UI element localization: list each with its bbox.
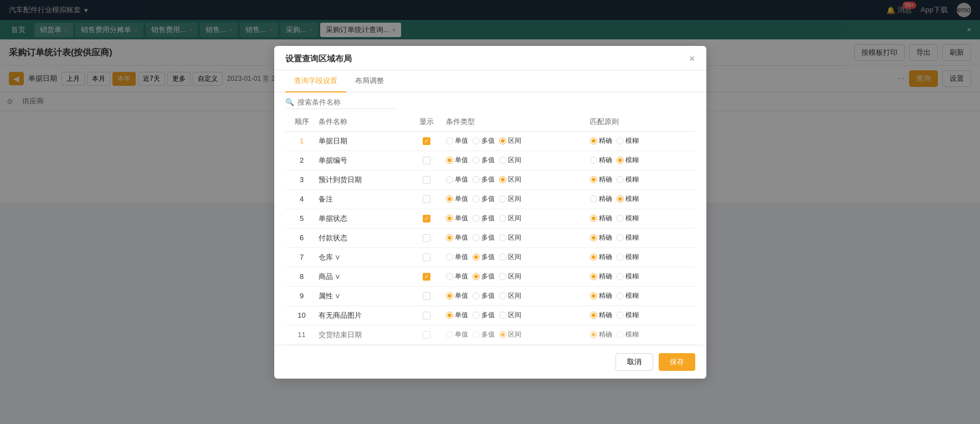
col-match-header: 匹配原则	[590, 117, 701, 127]
dialog-header: 设置查询区域布局 ×	[274, 46, 706, 70]
row-match-group-2: 精确 模糊	[590, 156, 701, 165]
table-row: 1 单据日期 单值 多值 区间	[285, 132, 695, 151]
field-table-header: 顺序 条件名称 显示 条件类型 匹配原则	[285, 112, 695, 132]
table-row: 4 备注 单值 多值 区间	[285, 190, 695, 203]
row-display[interactable]	[407, 176, 446, 184]
checkbox-display-3[interactable]	[423, 176, 430, 184]
col-order-header: 顺序	[285, 117, 319, 127]
dialog-close-button[interactable]: ×	[689, 54, 695, 64]
row-name: 预计到货日期	[319, 175, 407, 185]
row-type-group-4: 单值 多值 区间	[446, 194, 590, 203]
search-icon: 🔍	[285, 98, 294, 106]
radio-fuzzy-2[interactable]: 模糊	[617, 156, 639, 165]
search-input[interactable]	[297, 98, 396, 106]
settings-dialog: 设置查询区域布局 × 查询字段设置 布局调整 🔍 顺序 条件名称	[274, 46, 706, 203]
table-row: 3 预计到货日期 单值 多值 区间	[285, 170, 695, 190]
search-area: 🔍	[274, 92, 706, 112]
radio-exact-3[interactable]: 精确	[590, 175, 612, 184]
search-wrap: 🔍	[285, 98, 396, 109]
row-order: 2	[285, 156, 319, 164]
radio-exact-4[interactable]: 精确	[590, 194, 612, 203]
row-display[interactable]	[407, 195, 446, 203]
radio-range-3[interactable]: 区间	[499, 175, 521, 184]
row-name: 单据日期	[319, 136, 407, 146]
row-type-group-3: 单值 多值 区间	[446, 175, 590, 184]
checkbox-display-2[interactable]	[423, 157, 430, 164]
row-display[interactable]	[407, 157, 446, 164]
radio-fuzzy-1[interactable]: 模糊	[617, 136, 639, 146]
checkbox-display-4[interactable]	[423, 195, 430, 203]
field-table: 顺序 条件名称 显示 条件类型 匹配原则 1 单据日期 单值	[274, 112, 706, 203]
radio-single-3[interactable]: 单值	[446, 175, 468, 184]
col-display-header: 显示	[407, 117, 446, 127]
dialog-tab-layout[interactable]: 布局调整	[346, 70, 393, 92]
radio-range-2[interactable]: 区间	[499, 156, 521, 165]
radio-multi-4[interactable]: 多值	[473, 194, 495, 203]
dialog-tab-fields[interactable]: 查询字段设置	[285, 70, 346, 92]
radio-single-2[interactable]: 单值	[446, 156, 468, 165]
radio-multi-3[interactable]: 多值	[473, 175, 495, 184]
row-type-group-1: 单值 多值 区间	[446, 136, 590, 146]
dialog-title: 设置查询区域布局	[285, 54, 352, 64]
radio-single-4[interactable]: 单值	[446, 194, 468, 203]
row-order: 3	[285, 175, 319, 184]
row-display[interactable]	[407, 137, 446, 145]
row-match-group-4: 精确 模糊	[590, 194, 701, 203]
modal-overlay: 设置查询区域布局 × 查询字段设置 布局调整 🔍 顺序 条件名称	[0, 0, 980, 203]
row-type-group-2: 单值 多值 区间	[446, 156, 590, 165]
radio-multi-1[interactable]: 多值	[473, 136, 495, 146]
radio-fuzzy-4[interactable]: 模糊	[617, 194, 639, 203]
radio-range-4[interactable]: 区间	[499, 194, 521, 203]
row-match-group-1: 精确 模糊	[590, 136, 701, 146]
radio-range-1[interactable]: 区间	[499, 136, 521, 146]
table-row: 2 单据编号 单值 多值 区间	[285, 151, 695, 170]
radio-multi-2[interactable]: 多值	[473, 156, 495, 165]
row-name: 单据编号	[319, 156, 407, 166]
col-type-header: 条件类型	[446, 117, 590, 127]
radio-exact-1[interactable]: 精确	[590, 136, 612, 146]
dialog-tabs: 查询字段设置 布局调整	[274, 70, 706, 92]
row-match-group-3: 精确 模糊	[590, 175, 701, 184]
radio-single-1[interactable]: 单值	[446, 136, 468, 146]
row-name: 备注	[319, 194, 407, 203]
row-order: 4	[285, 195, 319, 203]
radio-fuzzy-3[interactable]: 模糊	[617, 175, 639, 184]
row-order: 1	[285, 137, 319, 145]
col-name-header: 条件名称	[319, 117, 407, 127]
checkbox-display-1[interactable]	[423, 137, 430, 145]
radio-exact-2[interactable]: 精确	[590, 156, 612, 165]
